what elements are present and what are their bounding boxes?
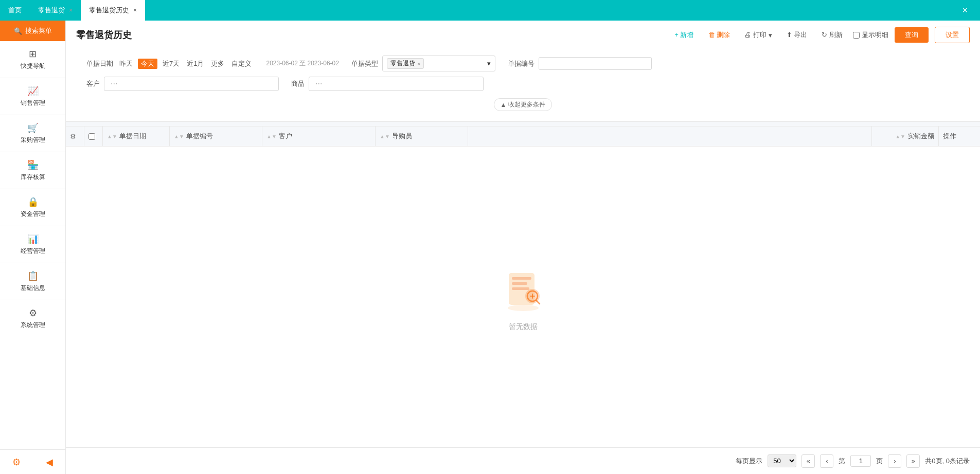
print-button-label: 🖨 打印	[744, 30, 767, 40]
date-filter-label: 单据日期	[86, 59, 113, 68]
filter-row-1: 单据日期 昨天 今天 近7天 近1月 更多 自定义 2023-06-02 至 2…	[86, 56, 959, 71]
tab-retail-return-history-close[interactable]: ×	[133, 7, 137, 14]
th-guide: ▲▼ 导购员	[376, 126, 468, 146]
date-shortcuts: 昨天 今天 近7天 近1月 更多 自定义	[117, 59, 254, 69]
sidebar-item-basic-info[interactable]: 📋 基础信息	[0, 263, 65, 300]
goods-ellipsis[interactable]: ···	[313, 79, 324, 88]
sort-customer-icon[interactable]: ▲▼	[266, 134, 277, 139]
display-toggle: 显示明细	[853, 30, 888, 40]
sidebar-item-system-mgmt[interactable]: ⚙ 系统管理	[0, 300, 65, 337]
page-size-select[interactable]: 50 100 200	[768, 454, 796, 467]
pagination: 每页显示 50 100 200 « ‹ 第 页 ›	[66, 447, 980, 474]
sidebar-item-label: 系统管理	[21, 321, 45, 330]
first-page-button[interactable]: «	[801, 454, 815, 468]
finance-icon: 🔒	[27, 196, 39, 208]
sidebar-item-purchase-mgmt[interactable]: 🛒 采购管理	[0, 115, 65, 152]
page-title-row: 零售退货历史 + 新增 🗑 删除 🖨 打印 ▾ ⬆ 导出	[76, 27, 970, 43]
voucher-filter-label: 单据编号	[508, 59, 534, 68]
export-button[interactable]: ⬆ 导出	[782, 28, 812, 42]
new-button-label: + 新增	[674, 30, 693, 40]
sidebar-item-operation-mgmt[interactable]: 📊 经营管理	[0, 226, 65, 263]
sidebar-settings-button[interactable]: ⚙	[12, 457, 21, 468]
content-area: 零售退货历史 + 新增 🗑 删除 🖨 打印 ▾ ⬆ 导出	[66, 21, 980, 474]
query-button[interactable]: 查询	[895, 27, 929, 43]
sidebar-item-finance-mgmt[interactable]: 🔒 资金管理	[0, 189, 65, 226]
print-button[interactable]: 🖨 打印 ▾	[740, 28, 776, 42]
table-settings-icon[interactable]: ⚙	[70, 133, 76, 140]
type-select[interactable]: 零售退货 × ▾	[382, 56, 495, 71]
tab-home-label: 首页	[8, 6, 22, 15]
empty-text: 暂无数据	[509, 322, 538, 332]
page-number-input[interactable]	[850, 455, 871, 467]
settings-button[interactable]: 设置	[935, 27, 970, 43]
delete-button-label: 🗑 删除	[708, 30, 730, 40]
last-page-button[interactable]: »	[906, 454, 920, 468]
shortcut-yesterday[interactable]: 昨天	[117, 59, 135, 69]
refresh-button[interactable]: ↻ 刷新	[817, 28, 847, 42]
toolbar: + 新增 🗑 删除 🖨 打印 ▾ ⬆ 导出 ↻ 刷新	[670, 27, 970, 43]
next-page-icon: ›	[894, 457, 896, 465]
th-amount: ▲▼ 实销金额	[872, 126, 939, 146]
sidebar-item-label: 库存核算	[21, 173, 45, 181]
type-filter: 单据类型 零售退货 × ▾	[351, 56, 495, 71]
date-range-display: 2023-06-02 至 2023-06-02	[266, 59, 338, 68]
customer-select[interactable]: ···	[104, 77, 279, 91]
sort-asc-icon[interactable]: ▲▼	[107, 134, 117, 139]
collapse-button[interactable]: ▲ 收起更多条件	[494, 98, 553, 111]
page-label: 第	[839, 457, 845, 466]
window-close-button[interactable]: ×	[958, 5, 972, 16]
delete-button[interactable]: 🗑 删除	[704, 28, 735, 42]
collapse-icon: ▲	[501, 101, 507, 108]
sort-guide-icon[interactable]: ▲▼	[380, 134, 390, 139]
page-size-label: 每页显示	[736, 457, 762, 466]
svg-rect-2	[512, 277, 531, 280]
th-guide-label: 导购员	[392, 132, 412, 141]
sidebar-item-inventory-calc[interactable]: 🏪 库存核算	[0, 152, 65, 189]
shortcut-1month[interactable]: 近1月	[185, 59, 206, 69]
sidebar-item-quick-nav[interactable]: ⊞ 快捷导航	[0, 41, 65, 78]
th-amount-label: 实销金额	[907, 132, 934, 141]
display-toggle-checkbox[interactable]	[853, 32, 860, 39]
new-button[interactable]: + 新增	[670, 28, 698, 42]
table-container: ⚙ ▲▼ 单据日期 ▲▼ 单据编号 ▲▼ 客户 ▲▼	[66, 126, 980, 474]
empty-state: 暂无数据	[66, 147, 980, 447]
sidebar-search-label: 搜索菜单	[25, 26, 52, 35]
shortcut-more[interactable]: 更多	[209, 59, 226, 69]
page-header: 零售退货历史 + 新增 🗑 删除 🖨 打印 ▾ ⬆ 导出	[66, 21, 980, 122]
sidebar-search[interactable]: 🔍 搜索菜单	[0, 21, 65, 41]
inventory-icon: 🏪	[27, 159, 39, 171]
sidebar-collapse-button[interactable]: ◀	[46, 457, 53, 468]
sort-amount-icon[interactable]: ▲▼	[895, 134, 905, 139]
th-customer: ▲▼ 客户	[262, 126, 376, 146]
tab-list: 首页 零售退货 × 零售退货历史 ×	[0, 0, 958, 21]
select-all-checkbox[interactable]	[88, 133, 95, 140]
th-settings: ⚙	[66, 126, 84, 146]
type-tag-close[interactable]: ×	[417, 61, 420, 67]
sidebar-item-label: 基础信息	[21, 284, 45, 293]
tab-home[interactable]: 首页	[0, 0, 30, 21]
filter-row-2: 客户 ··· 商品 ···	[86, 77, 959, 91]
prev-page-button[interactable]: ‹	[820, 454, 833, 468]
shortcut-today[interactable]: 今天	[138, 59, 157, 69]
search-icon: 🔍	[14, 27, 22, 35]
total-label: 共0页, 0条记录	[925, 457, 970, 466]
goods-select[interactable]: ···	[309, 77, 484, 91]
shortcut-custom[interactable]: 自定义	[229, 59, 254, 69]
tab-retail-return-history[interactable]: 零售退货历史 ×	[81, 0, 145, 21]
date-range-text: 2023-06-02 至 2023-06-02	[266, 59, 338, 68]
type-tag-value: 零售退货	[390, 59, 415, 68]
tab-retail-return[interactable]: 零售退货 ×	[30, 0, 81, 21]
next-page-button[interactable]: ›	[888, 454, 901, 468]
voucher-input[interactable]	[539, 57, 652, 70]
th-spacer	[468, 126, 872, 146]
sales-icon: 📈	[27, 85, 39, 97]
sidebar-item-sales-mgmt[interactable]: 📈 销售管理	[0, 78, 65, 115]
filter-area: 单据日期 昨天 今天 近7天 近1月 更多 自定义 2023-06-02 至 2…	[76, 49, 970, 121]
sidebar-item-label: 销售管理	[21, 99, 45, 107]
sort-number-icon[interactable]: ▲▼	[174, 134, 184, 139]
customer-ellipsis[interactable]: ···	[109, 79, 119, 88]
shortcut-7days[interactable]: 近7天	[161, 59, 182, 69]
voucher-filter: 单据编号	[508, 57, 652, 70]
sidebar-item-label: 资金管理	[21, 210, 45, 218]
tab-retail-return-close[interactable]: ×	[69, 7, 73, 14]
